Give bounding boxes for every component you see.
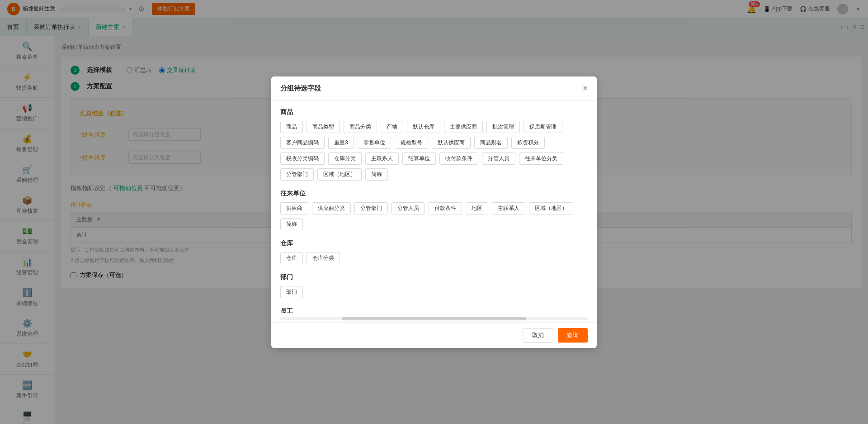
tag-cp-1[interactable]: 供应商分类 <box>312 202 351 214</box>
tag-cp-8[interactable]: 简称 <box>280 218 303 230</box>
group-dept-title: 部门 <box>280 273 588 281</box>
tag-product-6[interactable]: 批次管理 <box>486 121 520 133</box>
modal-body[interactable]: 商品 商品 商品类型 商品分类 产地 默认仓库 主要供应商 批次管理 保质期管理… <box>271 101 597 313</box>
tag-cp-4[interactable]: 付款条件 <box>429 202 462 214</box>
tag-product-4[interactable]: 默认仓库 <box>407 121 440 133</box>
tag-product-17[interactable]: 主联系人 <box>365 152 399 165</box>
tag-product-5[interactable]: 主要供应商 <box>444 121 483 133</box>
tag-product-3[interactable]: 产地 <box>381 121 403 133</box>
tag-product-22[interactable]: 分管部门 <box>280 168 314 181</box>
tag-cp-3[interactable]: 分管人员 <box>392 202 425 214</box>
modal-overlay: 分组待选字段 × 商品 商品 商品类型 商品分类 产地 默认仓库 主要供应商 批… <box>0 0 868 424</box>
tag-cp-2[interactable]: 分管部门 <box>354 202 388 214</box>
tag-wh-0[interactable]: 仓库 <box>280 252 303 264</box>
tag-product-7[interactable]: 保质期管理 <box>524 121 562 133</box>
modal-title: 分组待选字段 <box>280 84 321 93</box>
tag-product-20[interactable]: 分管人员 <box>482 152 515 165</box>
tag-product-2[interactable]: 商品分类 <box>344 121 377 133</box>
counterparty-tags: 供应商 供应商分类 分管部门 分管人员 付款条件 地区 主联系人 区域（地区） … <box>280 202 588 230</box>
tag-dept-0[interactable]: 部门 <box>280 286 303 298</box>
tag-product-13[interactable]: 商品别名 <box>474 137 508 149</box>
dept-tags: 部门 <box>280 286 588 298</box>
group-product-title: 商品 <box>280 108 588 116</box>
tag-product-23[interactable]: 区域（地区） <box>317 168 362 181</box>
product-tags: 商品 商品类型 商品分类 产地 默认仓库 主要供应商 批次管理 保质期管理 客户… <box>280 121 588 181</box>
modal-cancel-btn[interactable]: 取消 <box>523 328 553 343</box>
field-group-dept: 部门 部门 <box>280 273 588 298</box>
modal-h-scrollbar[interactable] <box>280 317 588 320</box>
field-select-modal: 分组待选字段 × 商品 商品 商品类型 商品分类 产地 默认仓库 主要供应商 批… <box>271 76 597 348</box>
tag-cp-0[interactable]: 供应商 <box>280 202 308 214</box>
modal-close-icon[interactable]: × <box>583 84 588 93</box>
tag-product-21[interactable]: 往来单位分类 <box>519 152 563 165</box>
tag-product-9[interactable]: 重量3 <box>328 137 354 149</box>
tag-cp-7[interactable]: 区域（地区） <box>529 202 573 214</box>
tag-product-14[interactable]: 炼货积分 <box>511 137 545 149</box>
group-staff-title: 员工 <box>280 307 588 313</box>
group-counterparty-title: 往来单位 <box>280 190 588 198</box>
field-group-staff: 员工 业务员 <box>280 307 588 313</box>
field-group-counterparty: 往来单位 供应商 供应商分类 分管部门 分管人员 付款条件 地区 主联系人 区域… <box>280 190 588 230</box>
tag-product-10[interactable]: 零售单位 <box>358 137 391 149</box>
tag-product-24[interactable]: 简称 <box>365 168 388 181</box>
tag-product-0[interactable]: 商品 <box>280 121 303 133</box>
modal-confirm-btn[interactable]: 查询 <box>558 328 588 343</box>
warehouse-tags: 仓库 仓库分类 <box>280 252 588 264</box>
field-group-warehouse: 仓库 仓库 仓库分类 <box>280 239 588 264</box>
tag-product-15[interactable]: 税收分类编码 <box>280 152 325 165</box>
tag-product-1[interactable]: 商品类型 <box>307 121 340 133</box>
tag-product-16[interactable]: 仓库分类 <box>328 152 362 165</box>
modal-footer: 取消 查询 <box>271 322 597 348</box>
tag-product-8[interactable]: 客户商品编码 <box>280 137 325 149</box>
tag-product-12[interactable]: 默认供应商 <box>432 137 471 149</box>
group-warehouse-title: 仓库 <box>280 239 588 248</box>
tag-product-18[interactable]: 结算单位 <box>402 152 436 165</box>
tag-product-11[interactable]: 规格型号 <box>395 137 428 149</box>
tag-product-19[interactable]: 收付款条件 <box>439 152 478 165</box>
modal-h-scrollbar-thumb[interactable] <box>342 317 526 320</box>
modal-header: 分组待选字段 × <box>271 76 597 101</box>
field-group-product: 商品 商品 商品类型 商品分类 产地 默认仓库 主要供应商 批次管理 保质期管理… <box>280 108 588 181</box>
tag-cp-6[interactable]: 主联系人 <box>492 202 525 214</box>
tag-wh-1[interactable]: 仓库分类 <box>307 252 340 264</box>
modal-scrollbar-area <box>271 313 597 322</box>
tag-cp-5[interactable]: 地区 <box>466 202 488 214</box>
